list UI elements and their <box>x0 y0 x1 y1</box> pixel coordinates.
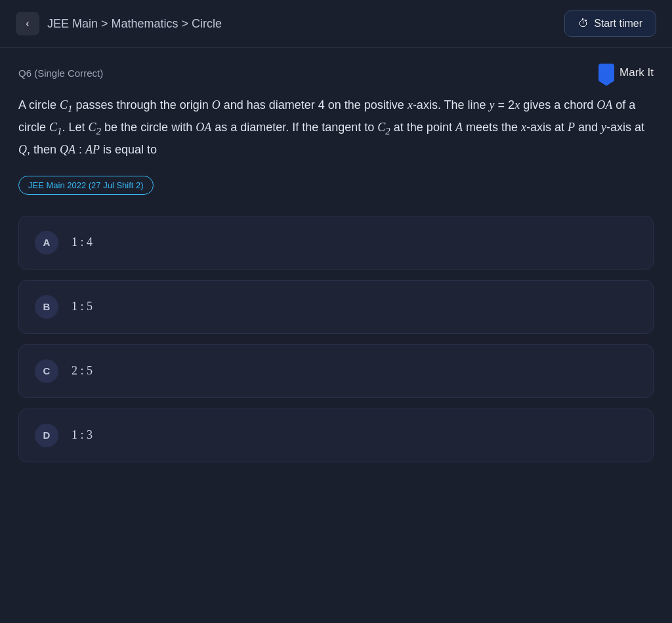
start-timer-label: Start timer <box>594 18 642 30</box>
option-a[interactable]: A 1 : 4 <box>18 216 654 270</box>
start-timer-button[interactable]: ⏱ Start timer <box>564 10 656 37</box>
tag-container: JEE Main 2022 (27 Jul Shift 2) <box>18 176 654 195</box>
option-d-label: D <box>35 424 58 447</box>
option-c-label: C <box>35 359 58 383</box>
option-b-label: B <box>35 295 58 319</box>
option-d-text: 1 : 3 <box>72 428 93 442</box>
mark-it-label: Mark It <box>620 66 654 79</box>
question-meta: Q6 (Single Correct) Mark It <box>18 64 654 82</box>
question-text: A circle C1 passes through the origin O … <box>18 95 654 160</box>
back-button[interactable]: ‹ <box>16 12 39 35</box>
breadcrumb: JEE Main > Mathematics > Circle <box>47 17 222 31</box>
option-c-text: 2 : 5 <box>72 364 93 378</box>
option-c[interactable]: C 2 : 5 <box>18 344 654 398</box>
option-a-label: A <box>35 231 58 254</box>
content: Q6 (Single Correct) Mark It A circle C1 … <box>0 48 672 478</box>
mark-it-button[interactable]: Mark It <box>598 64 654 82</box>
option-b-text: 1 : 5 <box>72 300 93 313</box>
header: ‹ JEE Main > Mathematics > Circle ⏱ Star… <box>0 0 672 48</box>
option-d[interactable]: D 1 : 3 <box>18 409 654 462</box>
question-type: Q6 (Single Correct) <box>18 68 103 79</box>
bookmark-icon <box>598 64 614 82</box>
header-left: ‹ JEE Main > Mathematics > Circle <box>16 12 222 35</box>
options-container: A 1 : 4 B 1 : 5 C 2 : 5 D 1 : 3 <box>18 216 654 462</box>
timer-icon: ⏱ <box>578 18 589 30</box>
exam-tag: JEE Main 2022 (27 Jul Shift 2) <box>18 176 154 195</box>
option-a-text: 1 : 4 <box>72 235 93 249</box>
option-b[interactable]: B 1 : 5 <box>18 280 654 334</box>
